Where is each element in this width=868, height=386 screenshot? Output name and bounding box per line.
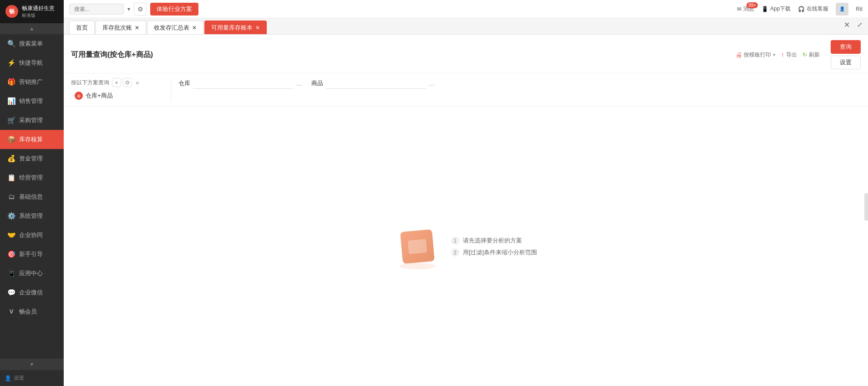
sidebar-header: 畅 畅康通好生意 标准版 bbox=[0, 0, 64, 23]
sidebar-scroll-down[interactable]: ▼ bbox=[0, 359, 64, 370]
sidebar-title-area: 畅康通好生意 标准版 bbox=[22, 5, 55, 19]
edit-scheme-button[interactable]: ⊙ bbox=[123, 78, 132, 87]
tab-batch-ledger-close[interactable]: ✕ bbox=[135, 25, 139, 31]
sidebar-item-basicinfo[interactable]: 🗂 基础信息 bbox=[0, 187, 64, 206]
tab-summary-close[interactable]: ✕ bbox=[192, 25, 197, 31]
sidebar-item-label: 销售管理 bbox=[19, 97, 43, 105]
app-download-label: App下载 bbox=[770, 5, 791, 13]
empty-box-face bbox=[408, 239, 427, 254]
main-area: ▾ ⚙ 体验行业方案 ✉ 消息 99+ 📱 App下载 🎧 在线客服 👤 Rit bbox=[64, 0, 868, 386]
sidebar-item-purchase[interactable]: 🛒 采购管理 bbox=[0, 111, 64, 130]
username-label[interactable]: Rit bbox=[856, 6, 863, 12]
sidebar-item-label: 系统管理 bbox=[19, 212, 43, 220]
sidebar-item-operations[interactable]: 📋 经营管理 bbox=[0, 168, 64, 187]
print-button[interactable]: 🖨 按模板打印 ▾ bbox=[736, 51, 776, 59]
print-label: 按模板打印 bbox=[744, 51, 771, 59]
sidebar-item-enterprise[interactable]: 🤝 企业协同 bbox=[0, 226, 64, 245]
tip-1-text: 请先选择要分析的方案 bbox=[463, 237, 522, 245]
avatar-icon: 👤 bbox=[839, 6, 845, 11]
sidebar-item-system[interactable]: ⚙️ 系统管理 bbox=[0, 206, 64, 226]
tab-batch-ledger[interactable]: 库存批次账 ✕ bbox=[96, 21, 146, 34]
sidebar-item-quicknav[interactable]: ⚡ 快捷导航 bbox=[0, 53, 64, 72]
empty-tip-2: 2 用[过滤]条件来缩小分析范围 bbox=[451, 248, 537, 257]
online-service-button[interactable]: 🎧 在线客服 bbox=[798, 5, 828, 13]
collapse-panel-button[interactable]: « bbox=[136, 78, 139, 87]
tip-2-text: 用[过滤]条件来缩小分析范围 bbox=[463, 248, 537, 257]
product-more-icon[interactable]: … bbox=[429, 80, 435, 87]
search-icon: 🔍 bbox=[7, 40, 15, 48]
sidebar-item-label: 营销推广 bbox=[19, 78, 43, 86]
system-icon: ⚙️ bbox=[7, 212, 15, 220]
guide-icon: 🎯 bbox=[7, 250, 15, 258]
filter-warehouse-field: 仓库 … bbox=[178, 78, 302, 89]
scheme-item-icon: ⊛ bbox=[75, 92, 83, 100]
message-badge: 99+ bbox=[746, 2, 758, 8]
sidebar-item-sales[interactable]: 📊 销售管理 bbox=[0, 92, 64, 111]
tabs-bar: 首页 库存批次账 ✕ 收发存汇总表 ✕ 可用量库存账本 ✕ ✕ ⤢ bbox=[64, 18, 868, 35]
sidebar-item-guide[interactable]: 🎯 新手引导 bbox=[0, 245, 64, 264]
sidebar-item-label: 企业协同 bbox=[19, 231, 43, 239]
user-avatar: 👤 bbox=[836, 3, 848, 15]
tab-summary-label: 收发存汇总表 bbox=[154, 24, 189, 32]
tab-available-inventory[interactable]: 可用量库存账本 ✕ bbox=[204, 21, 267, 34]
query-button[interactable]: 查询 bbox=[831, 40, 861, 54]
scheme-item-warehouse-product[interactable]: ⊛ 仓库+商品 bbox=[71, 90, 165, 102]
warehouse-more-icon[interactable]: … bbox=[296, 80, 302, 87]
sidebar: 畅 畅康通好生意 标准版 ▲ 🔍 搜索菜单 ⚡ 快捷导航 🎁 营销推广 📊 销售… bbox=[0, 0, 64, 386]
sidebar-item-wechat[interactable]: 💬 企业微信 bbox=[0, 283, 64, 302]
sidebar-item-search[interactable]: 🔍 搜索菜单 bbox=[0, 34, 64, 53]
topbar: ▾ ⚙ 体验行业方案 ✉ 消息 99+ 📱 App下载 🎧 在线客服 👤 Rit bbox=[64, 0, 868, 18]
tab-home[interactable]: 首页 bbox=[69, 21, 95, 34]
scheme-item-label: 仓库+商品 bbox=[86, 92, 113, 100]
sidebar-nav: 🔍 搜索菜单 ⚡ 快捷导航 🎁 营销推广 📊 销售管理 🛒 采购管理 📦 库存核… bbox=[0, 34, 64, 359]
filter-scheme-panel: 按以下方案查询 ＋ ⊙ « ⊛ 仓库+商品 bbox=[71, 78, 171, 102]
sidebar-footer[interactable]: 👤 设置 bbox=[0, 370, 64, 386]
topbar-dropdown-button[interactable]: ▾ bbox=[127, 6, 130, 12]
sidebar-item-label: 企业微信 bbox=[19, 288, 43, 297]
topbar-right-actions: ✉ 消息 99+ 📱 App下载 🎧 在线客服 👤 Rit bbox=[737, 3, 863, 15]
filter-scheme-label-text: 按以下方案查询 bbox=[71, 79, 109, 87]
print-icon: 🖨 bbox=[736, 51, 742, 58]
sidebar-item-label: 库存核算 bbox=[19, 135, 43, 144]
sales-icon: 📊 bbox=[7, 97, 15, 105]
refresh-button[interactable]: ↻ 刷新 bbox=[802, 51, 820, 59]
sidebar-item-label: 快捷导航 bbox=[19, 59, 43, 67]
basicinfo-icon: 🗂 bbox=[7, 193, 15, 201]
export-button[interactable]: ↑ 导出 bbox=[781, 51, 797, 59]
topbar-gear-button[interactable]: ⚙ bbox=[134, 3, 147, 15]
product-input[interactable] bbox=[326, 78, 426, 89]
sidebar-app-name: 畅康通好生意 bbox=[22, 5, 55, 12]
sidebar-item-appcenter[interactable]: 📱 应用中心 bbox=[0, 264, 64, 283]
trial-button[interactable]: 体验行业方案 bbox=[150, 3, 198, 15]
tabs-close-all-button[interactable]: ✕ bbox=[844, 21, 850, 29]
refresh-icon: ↻ bbox=[802, 51, 807, 58]
member-icon: V bbox=[7, 308, 15, 316]
app-download-button[interactable]: 📱 App下载 bbox=[761, 5, 791, 13]
print-dropdown-icon[interactable]: ▾ bbox=[773, 52, 776, 58]
page-header-actions: 🖨 按模板打印 ▾ ↑ 导出 ↻ 刷新 查询 设置 bbox=[736, 40, 861, 69]
finance-icon: 💰 bbox=[7, 154, 15, 163]
sidebar-logo: 畅 bbox=[5, 5, 18, 18]
tab-available-inventory-close[interactable]: ✕ bbox=[255, 25, 260, 31]
add-scheme-button[interactable]: ＋ bbox=[112, 78, 121, 87]
warehouse-input[interactable] bbox=[193, 78, 293, 89]
sidebar-item-label: 基础信息 bbox=[19, 193, 43, 201]
inventory-icon: 📦 bbox=[7, 135, 15, 144]
sidebar-item-finance[interactable]: 💰 资金管理 bbox=[0, 149, 64, 168]
page-header: 可用量查询(按仓库+商品) 🖨 按模板打印 ▾ ↑ 导出 ↻ 刷新 查询 设置 bbox=[64, 35, 868, 73]
tab-summary[interactable]: 收发存汇总表 ✕ bbox=[147, 21, 203, 34]
tip-1-num: 1 bbox=[451, 237, 459, 245]
tabs-expand-button[interactable]: ⤢ bbox=[857, 21, 863, 28]
sidebar-item-inventory[interactable]: 📦 库存核算 bbox=[0, 130, 64, 149]
sidebar-item-member[interactable]: V 畅会员 bbox=[0, 302, 64, 321]
quicknav-icon: ⚡ bbox=[7, 59, 15, 67]
message-button[interactable]: ✉ 消息 99+ bbox=[737, 5, 754, 13]
sidebar-scroll-up[interactable]: ▲ bbox=[0, 23, 64, 34]
settings-button[interactable]: 设置 bbox=[831, 56, 861, 69]
sidebar-item-marketing[interactable]: 🎁 营销推广 bbox=[0, 72, 64, 92]
right-scroll-handle[interactable] bbox=[864, 193, 868, 221]
topbar-search-input[interactable] bbox=[69, 4, 124, 15]
page-content: 可用量查询(按仓库+商品) 🖨 按模板打印 ▾ ↑ 导出 ↻ 刷新 查询 设置 bbox=[64, 35, 868, 386]
filter-scheme-label-row: 按以下方案查询 ＋ ⊙ « bbox=[71, 78, 165, 87]
footer-icon: 👤 bbox=[5, 375, 11, 381]
